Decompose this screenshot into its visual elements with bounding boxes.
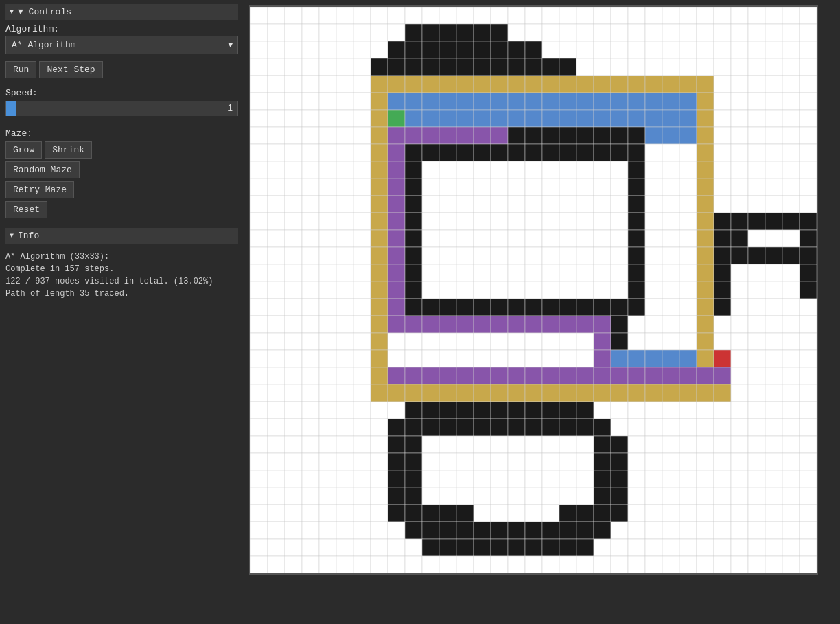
algorithm-section: Algorithm: A* Algorithm Dijkstra BFS DFS… xyxy=(5,24,238,54)
random-maze-button[interactable]: Random Maze xyxy=(5,161,80,178)
info-triangle: ▼ xyxy=(10,232,14,240)
controls-header[interactable]: ▼ ▼ Controls xyxy=(5,4,238,20)
run-controls: Run Next Step xyxy=(5,61,238,78)
controls-triangle: ▼ xyxy=(10,8,14,16)
retry-maze-button[interactable]: Retry Maze xyxy=(5,181,74,198)
controls-label: ▼ Controls xyxy=(18,7,71,17)
run-button[interactable]: Run xyxy=(5,61,36,78)
algorithm-select-wrapper: A* Algorithm Dijkstra BFS DFS ▼ xyxy=(5,36,238,54)
speed-section: Speed: 1 xyxy=(5,88,238,119)
grow-shrink-row: Grow Shrink xyxy=(5,141,238,159)
shrink-button[interactable]: Shrink xyxy=(45,141,92,159)
reset-button[interactable]: Reset xyxy=(5,201,47,218)
info-header[interactable]: ▼ Info xyxy=(5,228,238,244)
next-step-button[interactable]: Next Step xyxy=(39,61,102,78)
random-maze-row: Random Maze xyxy=(5,161,238,178)
algorithm-label: Algorithm: xyxy=(5,24,238,34)
info-text: A* Algorithm (33x33): Complete in 157 st… xyxy=(5,251,238,300)
speed-label: Speed: xyxy=(5,88,238,98)
info-label: Info xyxy=(18,231,39,241)
grow-button[interactable]: Grow xyxy=(5,141,42,159)
speed-slider-wrapper: 1 xyxy=(5,101,238,119)
reset-row: Reset xyxy=(5,201,238,218)
maze-label: Maze: xyxy=(5,128,238,139)
retry-maze-row: Retry Maze xyxy=(5,181,238,198)
maze-section: Maze: Grow Shrink Random Maze Retry Maze… xyxy=(5,128,238,218)
grid-panel xyxy=(244,0,840,624)
maze-grid[interactable] xyxy=(249,5,818,575)
speed-slider[interactable] xyxy=(5,101,238,116)
algorithm-select[interactable]: A* Algorithm Dijkstra BFS DFS xyxy=(5,36,238,54)
